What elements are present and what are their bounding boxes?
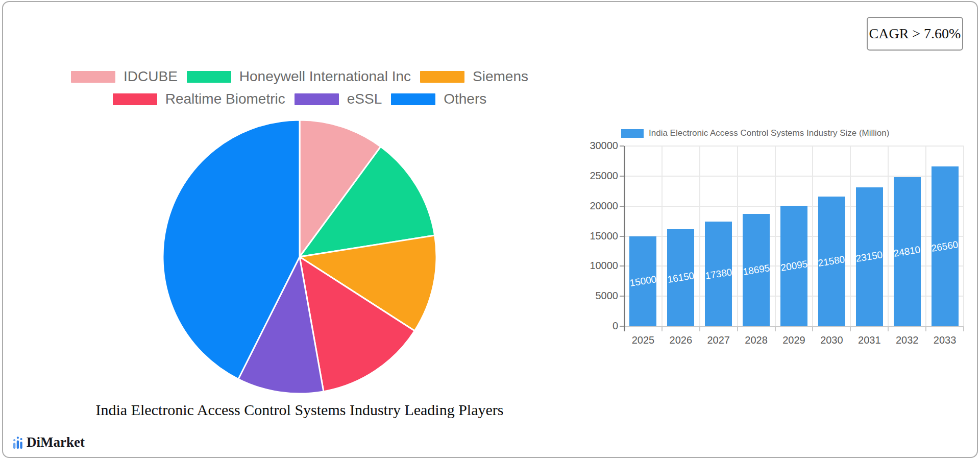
color-swatch [113,93,157,105]
gridline-vertical [699,146,700,327]
legend-item-idcube[interactable]: IDCUBE [71,69,178,84]
x-axis-tick [662,327,663,331]
x-axis-category-label: 2032 [887,334,927,346]
pie-chart-svg [161,118,438,395]
gridline-vertical [925,146,926,327]
color-swatch [295,93,339,105]
pie-legend-row-1: IDCUBE Honeywell International Inc Sieme… [71,69,528,84]
color-swatch [71,71,115,83]
y-axis-tick-label: 25000 [577,170,618,182]
gridline-vertical [662,146,663,327]
y-axis-tick-label: 5000 [577,290,618,302]
mini-bar-chart-icon [13,436,23,449]
x-axis-tick [775,327,776,331]
gridline-horizontal [624,176,964,177]
color-swatch [621,129,644,138]
color-swatch [420,71,464,83]
x-axis-tick [737,327,738,331]
x-axis-line [624,326,964,327]
legend-item-label: eSSL [347,91,382,107]
gridline-vertical [888,146,889,327]
x-axis-tick [925,327,926,331]
gridline-vertical [963,146,964,327]
x-axis-category-label: 2027 [698,334,739,346]
legend-item-realtime-biometric[interactable]: Realtime Biometric [113,91,285,107]
legend-item-siemens[interactable]: Siemens [420,69,528,84]
gridline-vertical [812,146,813,327]
y-axis-tick-label: 10000 [577,260,618,272]
x-axis-tick [699,327,700,331]
legend-item-label: Honeywell International Inc [239,69,411,84]
legend-item-label: IDCUBE [124,69,178,84]
brand-wordmark: DiMarket [27,434,85,450]
legend-item-honeywell[interactable]: Honeywell International Inc [187,69,411,84]
y-axis-line [624,146,625,331]
x-axis-category-label: 2029 [774,334,815,346]
x-axis-category-label: 2033 [924,334,965,346]
x-axis-category-label: 2028 [736,334,777,346]
gridline-vertical [850,146,851,327]
x-axis-tick [963,327,964,331]
x-axis-tick [850,327,851,331]
gridline-vertical [775,146,776,327]
color-swatch [187,71,231,83]
x-axis-category-label: 2030 [811,334,852,346]
x-axis-tick [812,327,813,331]
gridline-vertical [737,146,738,327]
bar-chart-plot-area: 0500010000150002000025000300001500020251… [624,146,964,327]
legend-item-essl[interactable]: eSSL [295,91,382,107]
y-axis-tick-label: 20000 [577,200,618,212]
pie-chart-title: India Electronic Access Control Systems … [70,401,529,419]
y-axis-tick-label: 0 [577,320,618,332]
pie-legend-row-2: Realtime Biometric eSSL Others [113,91,486,107]
report-card: CAGR > 7.60% IDCUBE Honeywell Internatio… [0,0,980,460]
x-axis-category-label: 2026 [660,334,701,346]
legend-item-label: Realtime Biometric [165,91,285,107]
legend-item-others[interactable]: Others [391,91,486,107]
gridline-horizontal [624,146,964,147]
y-axis-tick-label: 15000 [577,230,618,242]
pie-legend: IDCUBE Honeywell International Inc Sieme… [0,69,599,107]
cagr-badge: CAGR > 7.60% [867,17,963,51]
bar-legend-label: India Electronic Access Control Systems … [649,128,889,138]
pie-chart [161,118,438,395]
brand-logo: DiMarket [13,434,85,450]
y-axis-tick-label: 30000 [577,140,618,152]
x-axis-category-label: 2025 [623,334,664,346]
legend-item-label: Others [444,91,486,107]
legend-item-label: Siemens [473,69,528,84]
color-swatch [391,93,435,105]
bar-chart-legend[interactable]: India Electronic Access Control Systems … [621,128,889,138]
cagr-text: CAGR > 7.60% [869,26,961,42]
x-axis-tick [888,327,889,331]
x-axis-category-label: 2031 [849,334,890,346]
